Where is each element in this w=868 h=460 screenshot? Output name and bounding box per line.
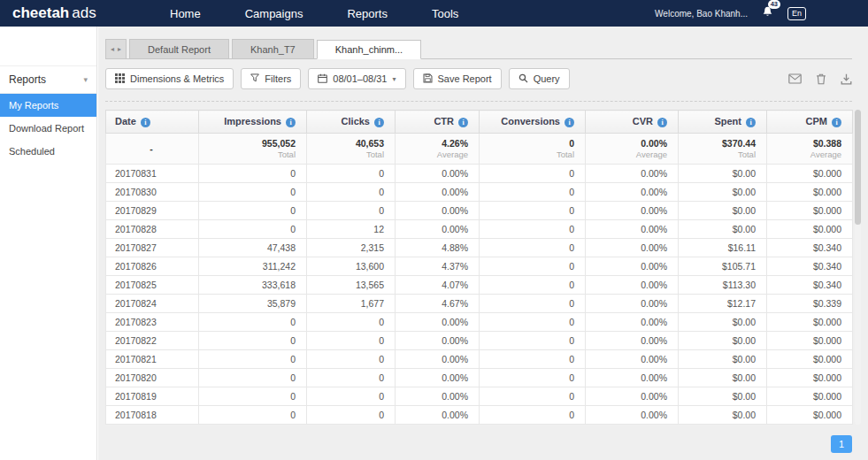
table-cell: 0: [199, 202, 307, 220]
table-cell: $0.000: [767, 406, 853, 425]
summary-cell: $370.44Total: [679, 134, 767, 165]
date-range-label: 08/01–08/31: [333, 73, 387, 84]
table-row: 2017082435,8791,6774.67%00.00%$12.17$0.3…: [106, 295, 853, 313]
welcome-user-menu[interactable]: Welcome, Bao Khanh...: [655, 9, 748, 19]
notifications-button[interactable]: 43: [762, 5, 773, 21]
table-cell: 0.00%: [396, 313, 480, 332]
column-header-ctr[interactable]: CTRi: [396, 111, 480, 134]
nav-item-tools[interactable]: Tools: [432, 7, 458, 20]
table-cell: $0.000: [767, 165, 853, 183]
page-1-button[interactable]: 1: [831, 435, 852, 453]
table-cell: $0.339: [767, 295, 853, 313]
info-icon[interactable]: i: [141, 118, 150, 127]
table-cell: 0.00%: [586, 220, 679, 239]
info-icon[interactable]: i: [374, 118, 384, 127]
info-icon[interactable]: i: [832, 118, 841, 127]
table-cell: 0: [307, 350, 396, 369]
info-icon[interactable]: i: [565, 118, 574, 127]
summary-cell: 40,653Total: [307, 134, 396, 165]
table-cell: 0.00%: [396, 183, 480, 202]
table-row: 20170830000.00%00.00%$0.00$0.000: [106, 183, 853, 202]
table-cell: 0.00%: [396, 387, 480, 406]
table-cell: 0: [307, 183, 396, 202]
chevron-down-icon: ▾: [83, 75, 88, 84]
table-cell: 4.67%: [396, 295, 480, 313]
table-cell: 20170818: [106, 406, 199, 425]
table-cell: 0: [480, 220, 586, 239]
table-cell: $0.340: [767, 239, 853, 257]
query-button[interactable]: Query: [509, 68, 570, 89]
table-cell: $0.00: [679, 406, 767, 425]
sidebar-item-scheduled[interactable]: Scheduled: [0, 140, 96, 163]
summary-cell: 0Total: [480, 134, 586, 165]
tab-scroll-right-icon[interactable]: ▸: [118, 45, 121, 53]
dimensions-metrics-label: Dimensions & Metrics: [130, 73, 224, 84]
column-header-conversions[interactable]: Conversionsi: [480, 111, 586, 134]
table-cell: 35,879: [199, 295, 307, 313]
dimensions-metrics-button[interactable]: Dimensions & Metrics: [105, 68, 234, 89]
table-cell: 0: [307, 313, 396, 332]
table-cell: $0.000: [767, 183, 853, 202]
notification-badge: 43: [768, 0, 780, 9]
table-cell: $12.17: [679, 295, 767, 313]
table-cell: 20170831: [106, 165, 199, 183]
column-header-date[interactable]: Datei: [106, 111, 199, 134]
tab-scroll-left-icon[interactable]: ◂: [111, 45, 114, 53]
info-icon[interactable]: i: [746, 118, 756, 127]
tab-khanh-t7[interactable]: Khanh_T7: [232, 39, 314, 58]
trash-icon[interactable]: [816, 73, 826, 85]
sidebar-item-my-reports[interactable]: My Reports: [0, 94, 96, 117]
nav-item-home[interactable]: Home: [170, 7, 201, 20]
table-cell: 47,438: [199, 239, 307, 257]
table-cell: 13,565: [307, 276, 396, 295]
column-label: Spent: [714, 116, 741, 126]
table-cell: 0: [307, 406, 396, 425]
sidebar-item-download-report[interactable]: Download Report: [0, 117, 96, 140]
column-header-cpm[interactable]: CPMi: [767, 111, 853, 134]
info-icon[interactable]: i: [657, 118, 667, 127]
table-cell: $0.340: [767, 276, 853, 295]
top-navbar: cheetahads Home Campaigns Reports Tools …: [0, 0, 868, 27]
scrollbar-thumb[interactable]: [855, 110, 861, 225]
dashed-separator: [105, 101, 852, 102]
main-content: ◂ ▸ Default Report Khanh_T7 Khanh_chinm.…: [98, 27, 868, 460]
table-cell: 311,242: [199, 257, 307, 276]
column-header-impressions[interactable]: Impressionsi: [199, 111, 307, 134]
info-icon[interactable]: i: [286, 118, 296, 127]
table-cell: 0: [199, 387, 307, 406]
table-row: 20170825333,61813,5654.07%00.00%$113.30$…: [106, 276, 853, 295]
date-range-button[interactable]: 08/01–08/31 ▾: [308, 68, 405, 89]
sidebar-section-reports[interactable]: Reports ▾: [0, 65, 96, 94]
report-table: DateiImpressionsiClicksiCTRiConversionsi…: [105, 110, 853, 425]
table-cell: 0.00%: [396, 165, 480, 183]
save-report-button[interactable]: Save Report: [413, 68, 502, 89]
table-cell: 0: [199, 313, 307, 332]
summary-cell: 4.26%Average: [396, 134, 480, 165]
info-icon[interactable]: i: [458, 118, 468, 127]
column-header-spent[interactable]: Spenti: [679, 111, 767, 134]
nav-item-reports[interactable]: Reports: [347, 7, 388, 20]
table-cell: 2,315: [307, 239, 396, 257]
table-row: 20170829000.00%00.00%$0.00$0.000: [106, 202, 853, 220]
table-cell: 0.00%: [586, 350, 679, 369]
table-cell: 20170819: [106, 387, 199, 406]
download-icon[interactable]: [841, 73, 852, 85]
app-logo[interactable]: cheetahads: [12, 4, 127, 22]
table-cell: $0.00: [679, 332, 767, 350]
tab-default-report[interactable]: Default Report: [129, 39, 229, 58]
table-cell: 20170825: [106, 276, 199, 295]
tab-scroll-arrows[interactable]: ◂ ▸: [105, 39, 127, 58]
vertical-scrollbar[interactable]: [855, 110, 861, 425]
language-selector[interactable]: En: [787, 7, 806, 20]
column-header-clicks[interactable]: Clicksi: [307, 111, 396, 134]
column-header-cvr[interactable]: CVRi: [586, 111, 679, 134]
tab-khanh-chinm[interactable]: Khanh_chinm...: [317, 40, 421, 59]
column-label: Impressions: [224, 116, 281, 126]
table-cell: $0.00: [679, 387, 767, 406]
table-cell: 0: [199, 350, 307, 369]
email-icon[interactable]: [788, 73, 802, 84]
nav-item-campaigns[interactable]: Campaigns: [245, 7, 303, 20]
navbar-right: Welcome, Bao Khanh... 43 En: [655, 5, 806, 21]
chevron-down-icon: ▾: [392, 75, 396, 83]
filters-button[interactable]: Filters: [241, 68, 301, 89]
